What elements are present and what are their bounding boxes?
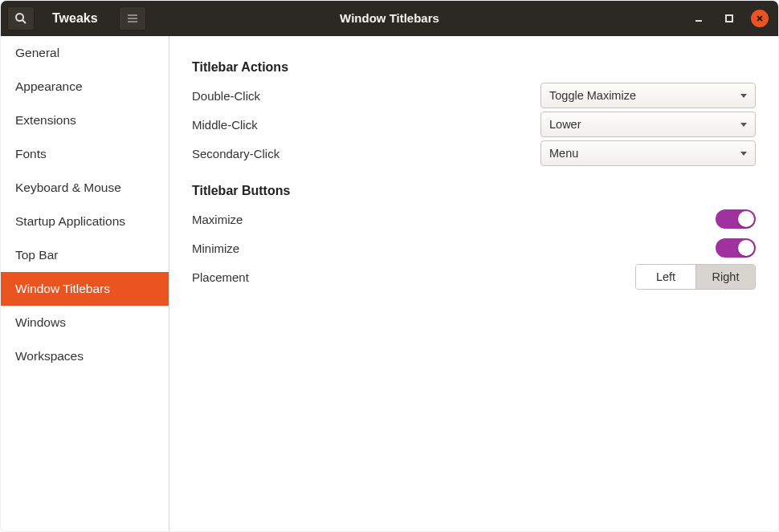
svg-point-0: [16, 14, 23, 21]
sidebar-item-windows[interactable]: Windows: [1, 306, 169, 339]
sidebar-item-label: Keyboard & Mouse: [15, 181, 121, 194]
menu-button[interactable]: [119, 6, 146, 30]
combo-double-click[interactable]: Toggle Maximize: [540, 83, 756, 108]
switch-knob: [738, 240, 754, 256]
page-title: Window Titlebars: [340, 11, 439, 25]
svg-rect-6: [726, 15, 732, 22]
combo-secondary-click[interactable]: Menu: [540, 140, 756, 166]
combo-middle-click-value: Lower: [549, 118, 581, 131]
minimize-icon: [694, 14, 704, 23]
placement-right-button[interactable]: Right: [695, 265, 755, 289]
sidebar-item-label: Extensions: [15, 113, 76, 127]
row-minimize: Minimize: [192, 234, 756, 262]
maximize-window-button[interactable]: [720, 10, 738, 27]
sidebar-item-label: Startup Applications: [15, 214, 125, 228]
row-placement: Placement Left Right: [192, 262, 756, 291]
search-button[interactable]: [7, 6, 35, 30]
sidebar-item-top-bar[interactable]: Top Bar: [1, 238, 169, 272]
sidebar-item-fonts[interactable]: Fonts: [1, 137, 169, 171]
sidebar-item-window-titlebars[interactable]: Window Titlebars: [1, 272, 169, 306]
combo-middle-click[interactable]: Lower: [540, 112, 756, 137]
sidebar: GeneralAppearanceExtensionsFontsKeyboard…: [1, 36, 169, 531]
switch-knob: [738, 211, 754, 227]
sidebar-item-startup-applications[interactable]: Startup Applications: [1, 205, 169, 238]
row-maximize: Maximize: [192, 205, 756, 234]
label-middle-click: Middle-Click: [192, 118, 258, 132]
chevron-down-icon: [740, 94, 747, 98]
sidebar-item-appearance[interactable]: Appearance: [1, 70, 169, 104]
sidebar-item-workspaces[interactable]: Workspaces: [1, 339, 169, 373]
section-title-buttons: Titlebar Buttons: [192, 184, 756, 198]
row-secondary-click: Secondary-Click Menu: [192, 139, 756, 168]
switch-maximize[interactable]: [716, 209, 756, 229]
maximize-icon: [724, 14, 734, 23]
headerbar-left: Tweaks: [1, 6, 146, 30]
sidebar-item-label: Windows: [15, 315, 66, 329]
sidebar-item-label: Workspaces: [15, 349, 84, 363]
label-minimize: Minimize: [192, 242, 239, 255]
switch-minimize[interactable]: [716, 238, 756, 258]
chevron-down-icon: [740, 152, 747, 156]
label-maximize: Maximize: [192, 213, 243, 226]
close-window-button[interactable]: [751, 10, 769, 27]
tweaks-window: Tweaks Window Titlebars GeneralAppearanc…: [0, 0, 779, 532]
placement-left-button[interactable]: Left: [636, 265, 695, 289]
label-placement: Placement: [192, 270, 249, 284]
sidebar-item-general[interactable]: General: [1, 36, 169, 70]
window-body: GeneralAppearanceExtensionsFontsKeyboard…: [1, 36, 778, 531]
sidebar-item-label: General: [15, 46, 59, 59]
sidebar-item-keyboard-mouse[interactable]: Keyboard & Mouse: [1, 171, 169, 205]
segmented-placement: Left Right: [635, 264, 756, 290]
close-icon: [755, 14, 765, 23]
content-pane: Titlebar Actions Double-Click Toggle Max…: [169, 36, 778, 531]
combo-secondary-click-value: Menu: [549, 147, 578, 160]
chevron-down-icon: [740, 123, 747, 127]
window-controls: [690, 10, 778, 27]
section-title-actions: Titlebar Actions: [192, 60, 756, 75]
minimize-window-button[interactable]: [690, 10, 708, 27]
row-double-click: Double-Click Toggle Maximize: [192, 81, 756, 110]
sidebar-item-label: Fonts: [15, 147, 47, 160]
label-secondary-click: Secondary-Click: [192, 147, 279, 160]
svg-line-1: [22, 20, 26, 23]
sidebar-item-label: Top Bar: [15, 248, 58, 262]
combo-double-click-value: Toggle Maximize: [549, 89, 636, 102]
sidebar-item-extensions[interactable]: Extensions: [1, 104, 169, 137]
sidebar-item-label: Appearance: [15, 79, 83, 93]
hamburger-icon: [126, 12, 139, 25]
row-middle-click: Middle-Click Lower: [192, 110, 756, 139]
search-icon: [14, 12, 27, 25]
sidebar-item-label: Window Titlebars: [15, 282, 110, 295]
label-double-click: Double-Click: [192, 89, 260, 103]
app-title: Tweaks: [52, 11, 98, 26]
headerbar: Tweaks Window Titlebars: [1, 1, 778, 36]
